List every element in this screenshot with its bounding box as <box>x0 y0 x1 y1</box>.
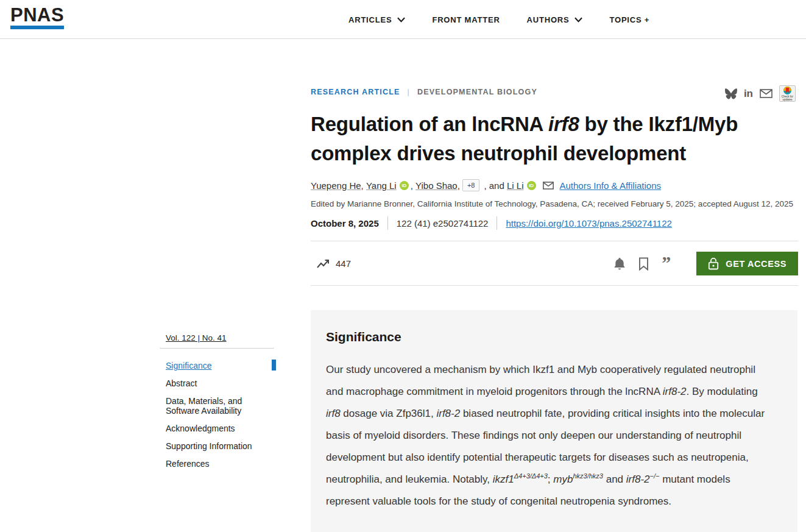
nav-authors-label: AUTHORS <box>527 15 570 24</box>
toc-item-references[interactable]: References <box>166 455 274 473</box>
pnas-article-page: PNAS ARTICLES FRONT MATTER AUTHORS TOPIC… <box>0 0 806 532</box>
toc-item-label: Significance <box>166 361 212 371</box>
volume-issue-link[interactable]: Vol. 122 | No. 41 <box>166 333 227 342</box>
lock-icon <box>708 257 719 270</box>
bookmark-icon[interactable] <box>638 257 649 271</box>
toc-item-label: References <box>166 459 210 469</box>
author-link[interactable]: Yang Li <box>366 180 397 191</box>
nav-front-matter[interactable]: FRONT MATTER <box>432 15 500 24</box>
toc-divider <box>160 348 274 349</box>
chevron-down-icon <box>397 17 405 23</box>
get-access-button[interactable]: GET ACCESS <box>696 252 798 275</box>
article-title: Regulation of an lncRNA irf8 by the Ikzf… <box>311 110 798 168</box>
check-for-updates-badge[interactable]: Check for updates <box>779 85 796 102</box>
share-icons: in Check for updates <box>725 85 796 102</box>
alert-bell-icon[interactable] <box>613 257 626 271</box>
toc-item-label: Supporting Information <box>166 441 252 451</box>
author-separator: , <box>458 180 460 191</box>
corresponding-author-email-icon[interactable] <box>543 182 554 190</box>
article-main: RESEARCH ARTICLE | DEVELOPMENTAL BIOLOGY… <box>311 88 798 532</box>
volume-citation: 122 (41) e2502741122 <box>397 218 489 229</box>
doi-link[interactable]: https://doi.org/10.1073/pnas.2502741122 <box>506 218 671 229</box>
bluesky-icon[interactable] <box>725 88 737 99</box>
site-header: PNAS ARTICLES FRONT MATTER AUTHORS TOPIC… <box>0 0 806 39</box>
nav-authors[interactable]: AUTHORS <box>527 15 583 24</box>
linkedin-icon[interactable]: in <box>744 88 753 99</box>
pub-divider <box>497 216 497 230</box>
significance-heading: Significance <box>326 330 782 344</box>
get-access-label: GET ACCESS <box>726 259 787 269</box>
trending-up-icon <box>317 259 330 269</box>
category-separator: | <box>408 88 410 96</box>
toc-active-indicator <box>272 360 276 371</box>
toc-item-abstract[interactable]: Abstract <box>166 375 274 392</box>
toc-item-label: Abstract <box>166 378 197 388</box>
pnas-logo[interactable]: PNAS <box>10 6 64 29</box>
subject-label: DEVELOPMENTAL BIOLOGY <box>417 88 537 96</box>
toc-item-acknowledgments[interactable]: Acknowledgments <box>166 420 274 438</box>
metrics-views: 447 <box>317 258 351 269</box>
authors-info-link[interactable]: Authors Info & Affiliations <box>560 180 662 191</box>
toc-item-supporting-information[interactable]: Supporting Information <box>166 438 274 455</box>
nav-front-matter-label: FRONT MATTER <box>432 15 500 24</box>
nav-articles-label: ARTICLES <box>348 15 392 24</box>
crossmark-logo-icon <box>783 87 791 94</box>
email-share-icon[interactable] <box>760 89 772 98</box>
toc-item-significance[interactable]: Significance <box>166 357 274 375</box>
check-for-updates-label: Check for updates <box>780 95 795 101</box>
pnas-logo-text: PNAS <box>10 6 64 24</box>
significance-section: Significance Our study uncovered a mecha… <box>311 310 797 532</box>
pnas-logo-underline <box>10 26 64 29</box>
nav-topics[interactable]: TOPICS + <box>609 15 649 24</box>
pub-divider <box>387 216 388 230</box>
orcid-icon[interactable]: iD <box>400 181 409 190</box>
metrics-count-value: 447 <box>336 258 351 269</box>
author-link[interactable]: Yuepeng He <box>311 180 361 191</box>
main-nav: ARTICLES FRONT MATTER AUTHORS TOPICS + <box>348 0 649 39</box>
toc-item-label: Data, Materials, and Software Availabili… <box>166 396 242 416</box>
author-link[interactable]: Yibo Shao <box>415 180 458 191</box>
publication-row: October 8, 2025 122 (41) e2502741122 htt… <box>311 216 798 230</box>
nav-topics-label: TOPICS + <box>609 15 649 24</box>
more-authors-button[interactable]: +8 <box>462 179 480 191</box>
metrics-row: 447 ” GET ACCESS <box>311 252 798 275</box>
author-separator: , <box>411 180 413 191</box>
cite-quote-icon[interactable]: ” <box>662 257 671 271</box>
toc-sidebar: Vol. 122 | No. 41 Significance Abstract … <box>166 333 274 473</box>
author-separator: , <box>361 180 364 191</box>
toc-list: Significance Abstract Data, Materials, a… <box>166 357 274 473</box>
edited-by-line: Edited by Marianne Bronner, California I… <box>311 199 798 208</box>
divider-rule <box>311 285 798 286</box>
nav-articles[interactable]: ARTICLES <box>348 15 405 24</box>
orcid-icon[interactable]: iD <box>527 181 536 190</box>
toc-item-data-availability[interactable]: Data, Materials, and Software Availabili… <box>166 392 274 420</box>
toc-item-label: Acknowledgments <box>166 424 235 433</box>
authors-row: Yuepeng He, Yang LiiD, Yibo Shao, +8, an… <box>311 179 798 191</box>
chevron-down-icon <box>574 17 582 23</box>
significance-body: Our study uncovered a mechanism by which… <box>326 359 774 512</box>
and-label: , and <box>484 180 504 191</box>
action-icons: ” GET ACCESS <box>613 252 798 275</box>
author-link[interactable]: Li Li <box>507 180 524 191</box>
research-article-link[interactable]: RESEARCH ARTICLE <box>311 88 400 96</box>
divider-rule <box>311 241 798 241</box>
publication-date: October 8, 2025 <box>311 218 379 229</box>
